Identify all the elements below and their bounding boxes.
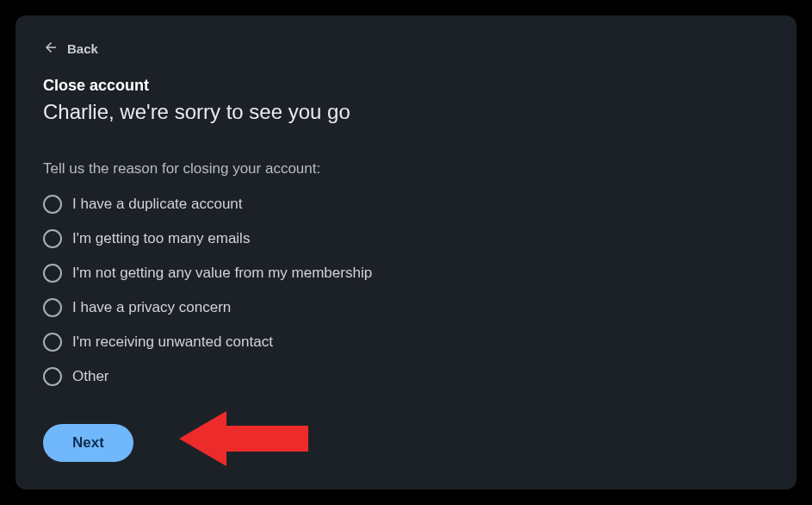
radio-icon	[43, 264, 62, 283]
close-account-panel: Back Close account Charlie, we're sorry …	[15, 16, 797, 489]
option-label: I have a privacy concern	[72, 299, 231, 316]
reason-option-other[interactable]: Other	[43, 367, 769, 386]
page-subheadline: Charlie, we're sorry to see you go	[43, 100, 769, 124]
reason-options: I have a duplicate account I'm getting t…	[43, 195, 769, 386]
option-label: I'm not getting any value from my member…	[72, 265, 372, 282]
radio-icon	[43, 229, 62, 248]
reason-option-duplicate[interactable]: I have a duplicate account	[43, 195, 769, 214]
option-label: I'm receiving unwanted contact	[72, 334, 273, 351]
reason-option-emails[interactable]: I'm getting too many emails	[43, 229, 769, 248]
reason-prompt: Tell us the reason for closing your acco…	[43, 160, 769, 178]
back-button[interactable]: Back	[43, 40, 98, 58]
option-label: Other	[72, 368, 109, 385]
annotation-arrow-icon	[179, 408, 308, 469]
page-title: Close account	[43, 77, 769, 95]
reason-option-unwanted-contact[interactable]: I'm receiving unwanted contact	[43, 333, 769, 352]
back-label: Back	[67, 41, 98, 56]
reason-option-privacy[interactable]: I have a privacy concern	[43, 298, 769, 317]
option-label: I have a duplicate account	[72, 196, 243, 213]
radio-icon	[43, 298, 62, 317]
option-label: I'm getting too many emails	[72, 230, 250, 247]
arrow-left-icon	[43, 40, 59, 58]
next-button[interactable]: Next	[43, 424, 133, 462]
radio-icon	[43, 333, 62, 352]
radio-icon	[43, 195, 62, 214]
reason-option-no-value[interactable]: I'm not getting any value from my member…	[43, 264, 769, 283]
radio-icon	[43, 367, 62, 386]
svg-marker-0	[179, 411, 308, 466]
